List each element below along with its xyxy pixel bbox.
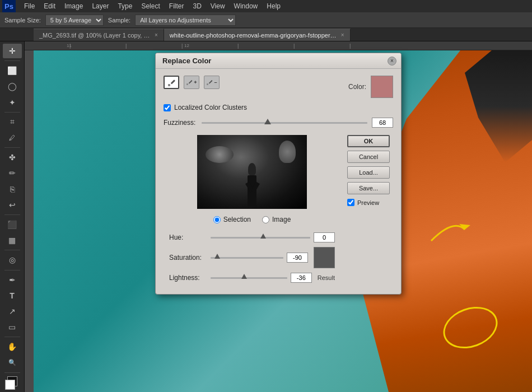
svg-rect-5 (209, 80, 213, 84)
fuzziness-row: Fuzziness: 68 (164, 117, 393, 128)
tab-close-1[interactable]: × (155, 32, 158, 38)
lightness-label: Lightness: (169, 274, 207, 282)
svg-rect-2 (168, 84, 170, 86)
menu-filter[interactable]: Filter (165, 1, 188, 11)
menu-3d[interactable]: 3D (189, 1, 205, 11)
svg-rect-3 (189, 80, 193, 84)
tool-separator-4 (4, 214, 20, 215)
radio-image-label[interactable]: Image (262, 216, 291, 223)
radio-image[interactable] (262, 216, 269, 223)
save-button[interactable]: Save... (347, 182, 390, 194)
lightness-row: Lightness: -36 Result (169, 273, 335, 283)
sample-select[interactable]: All Layers no Adjustments (135, 15, 236, 26)
radio-selection[interactable] (213, 216, 221, 223)
tool-separator-3 (4, 147, 20, 148)
dialog-overlay: Replace Color × + (25, 41, 532, 392)
tool-separator-5 (4, 250, 20, 250)
tool-eyedropper[interactable]: 🖊 (3, 130, 22, 145)
sliders-section: Hue: 0 Saturation: (164, 232, 340, 283)
eyedropper-subtract-button[interactable]: – (204, 76, 220, 89)
localized-color-clusters-checkbox[interactable] (164, 104, 171, 111)
sample-size-label: Sample Size: (4, 17, 41, 24)
lightness-input[interactable]: -36 (291, 273, 312, 283)
tool-foreground-color[interactable] (3, 375, 22, 390)
menu-edit[interactable]: Edit (40, 1, 59, 11)
menu-select[interactable]: Select (137, 1, 164, 11)
tab-white-outline[interactable]: white-outline-photoshop-removal-emma-gri… (164, 29, 351, 41)
tool-spot-heal[interactable]: ✤ (3, 150, 22, 165)
replace-color-dialog: Replace Color × + (155, 53, 402, 295)
menu-help[interactable]: Help (263, 1, 284, 11)
saturation-track[interactable] (211, 257, 283, 259)
tab-mg2693[interactable]: _MG_2693.tif @ 100% (Layer 1 copy, RGB/1… (34, 29, 164, 41)
fuzziness-thumb[interactable] (264, 119, 271, 124)
tool-gradient[interactable]: ▦ (3, 233, 22, 248)
color-swatch[interactable] (371, 76, 393, 98)
tool-separator-8 (4, 372, 20, 373)
tool-marquee[interactable]: ⬜ (3, 63, 22, 78)
tab-close-2[interactable]: × (341, 32, 344, 38)
tool-separator-6 (4, 270, 20, 270)
saturation-thumb[interactable] (214, 254, 220, 259)
tool-brush[interactable]: ✏ (3, 166, 22, 180)
svg-rect-4 (186, 83, 188, 85)
tool-eraser[interactable]: ⬛ (3, 217, 22, 232)
fuzziness-track (202, 122, 367, 124)
tool-clone[interactable]: ⎘ (3, 182, 22, 197)
radio-selection-label[interactable]: Selection (213, 216, 251, 223)
tool-path-select[interactable]: ↗ (3, 304, 22, 319)
saturation-label: Saturation: (169, 254, 207, 262)
tool-separator-7 (4, 337, 20, 337)
tool-crop[interactable]: ⌗ (3, 115, 22, 129)
fuzziness-input[interactable]: 68 (372, 118, 393, 128)
preview-checkbox[interactable] (347, 199, 354, 206)
dialog-buttons-column: OK Cancel Load... Save... Preview (347, 135, 393, 287)
cancel-button[interactable]: Cancel (347, 151, 390, 163)
menu-window[interactable]: Window (230, 1, 262, 11)
dialog-close-button[interactable]: × (388, 57, 396, 66)
menu-file[interactable]: File (20, 1, 39, 11)
tools-panel: ✛ ⬜ ◯ ✦ ⌗ 🖊 ✤ ✏ ⎘ ↩ ⬛ ▦ ◎ ✒ T ↗ ▭ ✋ 🔍 (0, 41, 25, 392)
menu-layer[interactable]: Layer (88, 1, 113, 11)
tool-separator-1 (4, 60, 20, 61)
result-swatch (314, 247, 335, 268)
dialog-title: Replace Color (162, 57, 211, 65)
svg-rect-6 (207, 83, 208, 85)
tool-hand[interactable]: ✋ (3, 339, 22, 354)
eyedropper-add-button[interactable]: + (184, 76, 199, 89)
dialog-main-content: Selection Image (164, 135, 393, 287)
load-button[interactable]: Load... (347, 166, 390, 179)
tool-history[interactable]: ↩ (3, 198, 22, 212)
dialog-titlebar: Replace Color × (156, 53, 401, 69)
hue-label: Hue: (169, 234, 207, 241)
fuzziness-slider[interactable] (202, 117, 367, 128)
ps-logo: Ps (2, 0, 16, 12)
menu-view[interactable]: View (207, 1, 229, 11)
sample-label: Sample: (108, 17, 130, 24)
tool-move[interactable]: ✛ (3, 44, 22, 58)
hue-thumb[interactable] (260, 234, 266, 239)
tool-quick-select[interactable]: ✦ (3, 95, 22, 110)
lightness-thumb[interactable] (241, 274, 247, 279)
lightness-track[interactable] (211, 277, 287, 279)
localized-color-clusters-label[interactable]: Localized Color Clusters (174, 104, 247, 111)
menu-type[interactable]: Type (114, 1, 136, 11)
tool-dodge[interactable]: ◎ (3, 253, 22, 267)
tool-zoom[interactable]: 🔍 (3, 356, 22, 370)
hue-input[interactable]: 0 (314, 232, 335, 242)
localized-color-clusters-row: Localized Color Clusters (164, 104, 393, 111)
tool-lasso[interactable]: ◯ (3, 79, 22, 94)
tool-shape[interactable]: ▭ (3, 320, 22, 334)
ok-button[interactable]: OK (347, 135, 390, 147)
canvas-area: | | | | | | 11 12 Replac (25, 41, 532, 392)
hue-track[interactable] (211, 237, 310, 239)
sample-size-select[interactable]: 5 by 5 Average (45, 15, 104, 26)
preview-label[interactable]: Preview (357, 199, 379, 206)
tool-text[interactable]: T (3, 288, 22, 303)
preview-image (197, 135, 307, 209)
menu-image[interactable]: Image (60, 1, 87, 11)
menu-bar: Ps File Edit Image Layer Type Select Fil… (0, 0, 532, 12)
saturation-input[interactable]: -90 (287, 253, 308, 263)
tool-pen[interactable]: ✒ (3, 272, 22, 287)
eyedropper-normal-button[interactable] (164, 76, 179, 89)
